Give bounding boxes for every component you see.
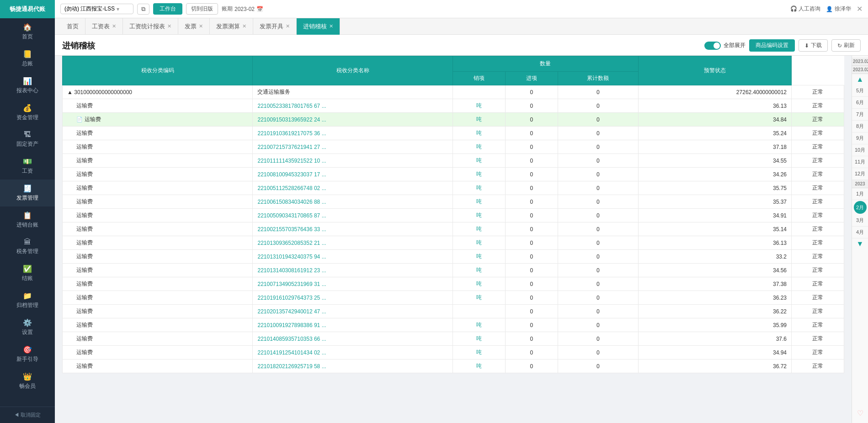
tab-invoice-issue[interactable]: 发票开具 ✕ [253, 18, 297, 35]
cal-up-button[interactable]: ▲ [852, 74, 868, 85]
table-row-purchase-qty: 0 [558, 277, 638, 291]
sidebar-item-tax[interactable]: 🏛 税务管理 [0, 233, 55, 260]
table-row-code: 运输费 [63, 360, 253, 373]
table-row-cumulative: 37.18 [638, 140, 791, 154]
table-row-name: 221007215737621941 27 ... [253, 140, 453, 154]
table-row-code: 运输费 [63, 332, 253, 346]
top-bar: (勿动) 江西报宝-LSS ▾ ⧉ 工作台 切到旧版 账期 2023-02 📅 … [55, 0, 868, 18]
table-row-name: 221009150313965922 24 ... [253, 113, 453, 127]
tab-invoice[interactable]: 发票 ✕ [178, 18, 210, 35]
cal-down-button[interactable]: ▼ [852, 238, 868, 249]
tab-reconciliation-close[interactable]: ✕ [329, 23, 333, 29]
cal-month-dec[interactable]: 12月 [852, 168, 868, 180]
cal-month-apr[interactable]: 4月 [852, 227, 868, 238]
table-row-purchase-qty: 0 [558, 318, 638, 332]
tab-payroll[interactable]: 工资表 ✕ [85, 18, 123, 35]
sidebar-item-vip-label: 畅会员 [19, 382, 36, 390]
sidebar-item-guide[interactable]: 🎯 新手引导 [0, 341, 55, 368]
tab-invoice-calc-label: 发票测算 [216, 22, 240, 31]
cal-month-sep[interactable]: 9月 [852, 132, 868, 144]
cal-year-prev2-label: 2023.02 [852, 66, 868, 74]
close-window-button[interactable]: ✕ [857, 5, 863, 13]
sidebar-item-invoice[interactable]: 🧾 发票管理 [0, 180, 55, 206]
cal-month-oct[interactable]: 10月 [852, 144, 868, 156]
tab-payroll-stats-close[interactable]: ✕ [167, 23, 171, 29]
company-selector[interactable]: (勿动) 江西报宝-LSS ▾ [60, 4, 133, 14]
tab-home[interactable]: 首页 [60, 18, 85, 35]
sidebar-item-home[interactable]: 🏠 首页 [0, 18, 55, 45]
sidebar-item-archive[interactable]: 📁 归档管理 [0, 287, 55, 314]
assets-icon: 🏗 [24, 131, 31, 139]
table-row-name: 221007134905231969 31 ... [253, 277, 453, 291]
sidebar-item-purchase-sales[interactable]: 📋 进销台账 [0, 206, 55, 233]
table-row-purchase-qty: 0 [558, 113, 638, 127]
table-row-code: 运输费 [63, 250, 253, 264]
table-row-code: 运输费 [63, 209, 253, 222]
calendar-icon: 📅 [256, 6, 263, 12]
purchase-sales-icon: 📋 [23, 211, 32, 220]
table-row-unit: 吨 [453, 154, 505, 168]
company-name: (勿动) 江西报宝-LSS [64, 5, 115, 13]
sidebar-item-funds[interactable]: 💰 资金管理 [0, 99, 55, 126]
cal-month-nov[interactable]: 11月 [852, 156, 868, 168]
settings-icon: ⚙️ [23, 318, 32, 327]
tab-invoice-calc-close[interactable]: ✕ [242, 23, 246, 29]
refresh-button[interactable]: ↻ 刷新 [831, 39, 861, 52]
sidebar-collapse-btn[interactable]: ◀ 取消固定 [0, 407, 55, 423]
expand-toggle[interactable] [704, 42, 721, 50]
table-row-name: 221019103619217075 36 ... [253, 127, 453, 140]
sidebar-item-assets[interactable]: 🏗 固定资产 [0, 126, 55, 153]
table-row-purchase-qty: 0 [558, 222, 638, 236]
close-books-icon: ✅ [23, 264, 32, 273]
table-row-cumulative: 35.14 [638, 222, 791, 236]
tab-reconciliation[interactable]: 进销稽核 ✕ [297, 18, 340, 35]
table-row-name: 221019161029764373 25 ... [253, 291, 453, 305]
table-row-unit: 吨 [453, 140, 505, 154]
sidebar-item-close-books[interactable]: ✅ 结账 [0, 260, 55, 287]
sidebar-item-reports[interactable]: 📊 报表中心 [0, 72, 55, 99]
payroll-icon: 💵 [23, 157, 32, 166]
tab-payroll-close[interactable]: ✕ [112, 23, 116, 29]
sidebar-item-payroll[interactable]: 💵 工资 [0, 153, 55, 180]
table-row-name: 221020135742940012 47 ... [253, 305, 453, 318]
download-button[interactable]: ⬇ 下载 [799, 39, 828, 52]
cal-month-jun[interactable]: 6月 [852, 97, 868, 109]
sidebar-item-ledger[interactable]: 📒 总账 [0, 45, 55, 72]
cal-month-may[interactable]: 5月 [852, 85, 868, 97]
user-menu[interactable]: 👤 徐泽华 [826, 5, 851, 13]
table-row-status: 正常 [791, 154, 844, 168]
table-row-sale-qty: 0 [505, 195, 558, 209]
cal-month-jul[interactable]: 7月 [852, 109, 868, 121]
cal-year-2023: 2023 [852, 180, 868, 188]
cal-month-feb[interactable]: 2月 [854, 201, 867, 214]
support-button[interactable]: 🎧 人工咨询 [790, 5, 820, 13]
sidebar-item-settings[interactable]: ⚙️ 设置 [0, 314, 55, 341]
cal-month-aug[interactable]: 8月 [852, 121, 868, 132]
table-row-purchase-qty: 0 [558, 195, 638, 209]
tab-payroll-stats[interactable]: 工资统计报表 ✕ [123, 18, 178, 35]
main-area: (勿动) 江西报宝-LSS ▾ ⧉ 工作台 切到旧版 账期 2023-02 📅 … [55, 0, 868, 423]
tab-invoice-issue-close[interactable]: ✕ [286, 23, 290, 29]
header-actions: 全部展开 商品编码设置 ⬇ 下载 ↻ 刷新 [704, 39, 861, 52]
invoice-icon: 🧾 [23, 184, 32, 193]
table-area[interactable]: 税收分类编码 税收分类名称 数量 预警状态 销项 进项 累计数额 ▲ 30100… [55, 56, 852, 423]
reports-icon: 📊 [23, 77, 32, 85]
workbench-button[interactable]: 工作台 [153, 3, 182, 15]
goods-settings-button[interactable]: 商品编码设置 [749, 39, 795, 52]
copy-button[interactable]: ⧉ [137, 4, 149, 15]
sidebar-item-vip[interactable]: 👑 畅会员 [0, 368, 55, 395]
table-row-code: 运输费 [63, 195, 253, 209]
tab-invoice-close[interactable]: ✕ [199, 23, 203, 29]
period-label: 账期 2023-02 📅 [222, 5, 263, 13]
table-row-code: 运输费 [63, 154, 253, 168]
tab-invoice-calc[interactable]: 发票测算 ✕ [210, 18, 253, 35]
table-row-cumulative: 35.99 [638, 318, 791, 332]
toggle-expand-label: 全部展开 [704, 42, 746, 50]
cal-month-mar[interactable]: 3月 [852, 215, 868, 227]
switch-version-button[interactable]: 切到旧版 [186, 3, 218, 15]
table-row-name: 221014191254101434 02 ... [253, 346, 453, 360]
cal-month-jan[interactable]: 1月 [852, 188, 868, 200]
tab-bar: 首页 工资表 ✕ 工资统计报表 ✕ 发票 ✕ 发票测算 ✕ 发票开具 ✕ 进销稽… [55, 18, 868, 35]
sidebar-item-invoice-label: 发票管理 [16, 194, 38, 202]
table-row-code: 运输费 [63, 277, 253, 291]
